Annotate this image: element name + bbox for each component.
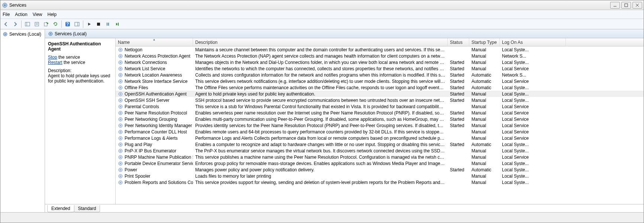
cell-log-on-as: Local Syste... — [500, 174, 566, 179]
cell-log-on-as: Local Syste... — [500, 148, 566, 153]
cell-name: Plug and Play — [116, 142, 193, 147]
cell-log-on-as: Local Service — [500, 66, 566, 71]
cell-startup-type: Manual — [469, 104, 500, 109]
stop-service-button[interactable] — [94, 20, 103, 28]
cell-name: Network Location Awareness — [116, 72, 193, 78]
col-status[interactable]: Status — [448, 38, 469, 46]
svg-point-41 — [120, 100, 121, 101]
table-row[interactable]: PNRP Machine Name Publication Ser...This… — [116, 154, 644, 160]
table-row[interactable]: Network Access Protection AgentThe Netwo… — [116, 53, 644, 59]
cell-startup-type: Automatic — [469, 167, 500, 172]
svg-rect-11 — [44, 23, 47, 26]
table-row[interactable]: Peer Networking Identity ManagerProvides… — [116, 122, 644, 129]
cell-description: This service provides support for viewin… — [193, 180, 448, 185]
cell-log-on-as: Local Syste... — [500, 161, 566, 166]
menu-file[interactable]: File — [3, 12, 10, 17]
start-service-button[interactable] — [85, 20, 93, 28]
cell-startup-type: Automatic — [469, 79, 500, 84]
status-bar — [0, 212, 644, 223]
table-row[interactable]: Network Store Interface ServiceThis serv… — [116, 78, 644, 84]
table-row[interactable]: Parental ControlsThis service is a stub … — [116, 103, 644, 110]
table-row[interactable]: OpenSSH Authentication AgentAgent to hol… — [116, 91, 644, 97]
tab-extended[interactable]: Extended — [47, 205, 74, 212]
svg-point-39 — [120, 93, 121, 94]
cell-description: The Offline Files service performs maint… — [193, 85, 448, 90]
forward-button[interactable] — [11, 20, 19, 28]
table-row[interactable]: Offline FilesThe Offline Files service p… — [116, 84, 644, 91]
cell-startup-type: Manual — [469, 110, 500, 116]
cell-name: Problem Reports and Solutions Contr... — [116, 180, 193, 185]
col-log-on-as[interactable]: Log On As — [500, 38, 566, 46]
cell-log-on-as: Local Service — [500, 117, 566, 122]
menu-help[interactable]: Help — [48, 12, 57, 17]
table-row[interactable]: Plug and PlayEnables a computer to recog… — [116, 141, 644, 148]
cell-log-on-as: Local Service — [500, 155, 566, 160]
table-row[interactable]: Performance Logs & AlertsPerformance Log… — [116, 135, 644, 141]
table-row[interactable]: Performance Counter DLL HostEnables remo… — [116, 129, 644, 135]
table-row[interactable]: PowerManages power policy and power poli… — [116, 167, 644, 173]
svg-point-31 — [120, 68, 121, 69]
cell-startup-type: Automatic — [469, 85, 500, 90]
cell-startup-type: Manual — [469, 60, 500, 65]
col-startup-type[interactable]: Startup Type — [469, 38, 500, 46]
help-button[interactable]: ? — [64, 20, 72, 28]
refresh-button[interactable] — [51, 20, 59, 28]
table-row[interactable]: OpenSSH SSH ServerSSH protocol based ser… — [116, 97, 644, 103]
col-name[interactable]: Name▲ — [116, 38, 193, 46]
back-button[interactable] — [2, 20, 10, 28]
cell-name: Performance Counter DLL Host — [116, 129, 193, 135]
pause-service-button[interactable] — [104, 20, 112, 28]
table-row[interactable]: PnP-X IP Bus EnumeratorThe PnP-X bus enu… — [116, 148, 644, 154]
svg-point-23 — [50, 33, 51, 34]
minimize-button[interactable] — [610, 2, 620, 9]
cell-name: Network Connections — [116, 60, 193, 65]
gear-icon — [118, 91, 123, 97]
cell-log-on-as: Local Syste... — [500, 60, 566, 65]
table-row[interactable]: Network List ServiceIdentifies the netwo… — [116, 65, 644, 72]
col-description[interactable]: Description — [193, 38, 448, 46]
table-row[interactable]: Network ConnectionsManages objects in th… — [116, 59, 644, 65]
svg-point-67 — [120, 182, 121, 183]
service-rows[interactable]: NetlogonMaintains a secure channel betwe… — [116, 46, 644, 204]
gear-icon — [118, 60, 123, 65]
maximize-button[interactable] — [621, 2, 631, 9]
cell-log-on-as: Local Service — [500, 79, 566, 84]
cell-name: Portable Device Enumerator Service — [116, 161, 193, 166]
table-row[interactable]: Portable Device Enumerator ServiceEnforc… — [116, 160, 644, 167]
svg-rect-19 — [118, 23, 119, 26]
show-hide-action-pane-button[interactable] — [73, 20, 81, 28]
gear-icon — [118, 98, 123, 103]
gear-icon — [118, 66, 123, 71]
table-row[interactable]: Network Location AwarenessCollects and s… — [116, 72, 644, 78]
title-bar: Services — [0, 0, 644, 10]
cell-description: Enforces group policy for removable mass… — [193, 161, 448, 166]
gear-icon — [118, 104, 123, 109]
stop-link[interactable]: Stop — [48, 55, 57, 60]
cell-startup-type: Manual — [469, 161, 500, 166]
menu-view[interactable]: View — [33, 12, 42, 17]
gear-icon — [118, 142, 123, 147]
table-row[interactable]: NetlogonMaintains a secure channel betwe… — [116, 46, 644, 53]
menu-action[interactable]: Action — [15, 12, 27, 17]
cell-startup-type: Manual — [469, 54, 500, 59]
svg-point-25 — [120, 49, 121, 50]
gear-icon — [118, 167, 123, 172]
export-button[interactable] — [42, 20, 50, 28]
show-hide-tree-button[interactable] — [23, 20, 32, 28]
restart-service-button[interactable] — [113, 20, 121, 28]
tree-root[interactable]: Services (Local) — [0, 31, 45, 38]
cell-log-on-as: Local Syste... — [500, 85, 566, 90]
close-button[interactable] — [632, 2, 642, 9]
cell-startup-type: Manual — [469, 129, 500, 135]
restart-link[interactable]: Restart — [48, 60, 62, 65]
properties-button[interactable] — [33, 20, 41, 28]
table-row[interactable]: Peer Networking GroupingEnables multi-pa… — [116, 116, 644, 122]
table-row[interactable]: Problem Reports and Solutions Contr...Th… — [116, 179, 644, 185]
table-row[interactable]: Peer Name Resolution ProtocolEnables ser… — [116, 110, 644, 116]
menu-bar: File Action View Help — [0, 10, 644, 19]
cell-startup-type: Manual — [469, 180, 500, 185]
table-row[interactable]: Print SpoolerLoads files to memory for l… — [116, 173, 644, 179]
cell-log-on-as: Local Syste... — [500, 180, 566, 185]
sort-asc-icon: ▲ — [153, 38, 156, 41]
tab-standard[interactable]: Standard — [74, 205, 100, 212]
